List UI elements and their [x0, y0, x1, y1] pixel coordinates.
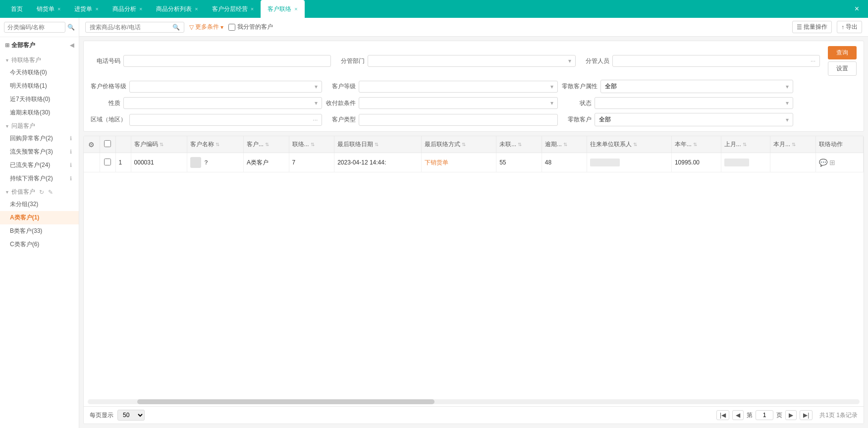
filter-row-1: 电话号码 分管部门 ▾ 分管人员 ··· 查询 — [91, 46, 857, 76]
sidebar-item-repurchase-abnormal[interactable]: 回购异常客户(2) ℹ — [0, 132, 79, 145]
sort-icon[interactable]: ⇅ — [693, 142, 697, 147]
sidebar-item-churned[interactable]: 已流失客户(24) ℹ — [0, 159, 79, 172]
qr-icon[interactable]: ⊞ — [829, 159, 835, 166]
toolbar: 🔍 ▽ 更多条件 ▾ 我分管的客户 ☰ 批量操作 ↑ 导出 — [79, 18, 868, 37]
sort-icon[interactable]: ⇅ — [633, 142, 637, 147]
nav-tab-analysis-list[interactable]: 商品分析列表 × — [149, 0, 205, 18]
sidebar-item-overdue-contact[interactable]: 逾期未联络(30) — [0, 106, 79, 119]
price-level-select[interactable]: ▾ — [129, 81, 322, 93]
info-icon[interactable]: ℹ — [70, 175, 72, 182]
row-type: A类客户 — [243, 153, 289, 172]
export-icon: ↑ — [841, 24, 844, 31]
refresh-icon[interactable]: ↻ — [39, 189, 44, 196]
search-icon[interactable]: 🔍 — [172, 24, 180, 31]
payment-select[interactable]: ▾ — [359, 97, 557, 109]
dept-select[interactable]: ▾ — [368, 55, 575, 67]
row-select-checkbox[interactable] — [104, 159, 111, 165]
sort-icon[interactable]: ⇅ — [462, 142, 466, 147]
region-select[interactable]: ··· — [129, 114, 322, 126]
last-way-link[interactable]: 下销货单 — [425, 159, 448, 166]
settings-button[interactable]: 设置 — [828, 61, 857, 76]
close-icon[interactable]: × — [294, 6, 297, 12]
query-button[interactable]: 查询 — [828, 46, 857, 59]
my-customers-checkbox[interactable]: 我分管的客户 — [228, 23, 273, 31]
edit-icon[interactable]: ✎ — [48, 189, 53, 196]
prev-page-button[interactable]: ◀ — [732, 410, 744, 420]
info-icon[interactable]: ℹ — [70, 149, 72, 155]
close-icon[interactable]: × — [195, 6, 198, 12]
sort-icon[interactable]: ⇅ — [518, 142, 522, 147]
nature-select[interactable]: ▾ — [123, 97, 322, 109]
page-label: 第 — [747, 411, 753, 420]
per-page-select[interactable]: 50 100 200 — [117, 410, 145, 421]
toolbar-search-input[interactable] — [90, 24, 172, 31]
sidebar-item-class-b[interactable]: B类客户(33) — [0, 224, 79, 238]
first-page-button[interactable]: |◀ — [716, 410, 729, 420]
sidebar-item-tomorrow-pending[interactable]: 明天待联络(1) — [0, 79, 79, 93]
col-last-date: 最后联络日期 ⇅ — [334, 136, 421, 153]
table-container[interactable]: ⚙ 客户编码 ⇅ — [84, 136, 864, 399]
nav-tab-sales[interactable]: 销货单 × — [30, 0, 67, 18]
customer-type-input[interactable] — [359, 114, 557, 126]
close-icon[interactable]: × — [95, 6, 98, 12]
export-button[interactable]: ↑ 导出 — [837, 21, 862, 33]
sidebar-item-unclassified[interactable]: 未分组(32) — [0, 198, 79, 211]
content-area: 🔍 ▽ 更多条件 ▾ 我分管的客户 ☰ 批量操作 ↑ 导出 — [79, 18, 868, 428]
next-page-button[interactable]: ▶ — [785, 410, 797, 420]
page-number-input[interactable] — [756, 410, 773, 420]
nav-tab-purchase[interactable]: 进货单 × — [67, 0, 105, 18]
info-icon[interactable]: ℹ — [70, 135, 72, 142]
sort-icon[interactable]: ⇅ — [311, 142, 315, 147]
close-window-icon[interactable]: × — [850, 4, 864, 13]
more-conditions-button[interactable]: ▽ 更多条件 ▾ — [189, 23, 223, 31]
select-all-checkbox[interactable] — [104, 140, 111, 147]
row-last-way[interactable]: 下销货单 — [421, 153, 496, 172]
sort-icon[interactable]: ⇅ — [792, 142, 796, 147]
my-customers-check[interactable] — [228, 24, 235, 31]
sidebar-item-class-a[interactable]: A类客户(1) — [0, 211, 79, 224]
sort-icon[interactable]: ⇅ — [743, 142, 747, 147]
column-settings-button[interactable]: ⚙ — [88, 141, 95, 149]
sidebar-item-churn-warning[interactable]: 流失预警客户(3) ℹ — [0, 145, 79, 159]
scrollbar-thumb[interactable] — [137, 399, 434, 404]
nav-tab-customer-contact[interactable]: 客户联络 × — [261, 0, 304, 18]
sort-icon[interactable]: ⇅ — [563, 142, 567, 147]
sort-icon[interactable]: ⇅ — [375, 142, 379, 147]
customer-avatar — [190, 157, 201, 168]
sidebar-search-area: 🔍 — [0, 18, 79, 37]
nav-tab-customer-segment[interactable]: 客户分层经营 × — [205, 0, 261, 18]
sidebar: 🔍 ⊞ 全部客户 ◀ ▼ 待联络客户 今天待联络(0) 明天待联络(1) 近7天… — [0, 18, 79, 428]
info-icon[interactable]: ℹ — [70, 162, 72, 168]
total-info: 共1页 1条记录 — [819, 411, 858, 420]
close-icon[interactable]: × — [57, 6, 60, 12]
message-icon[interactable]: 💬 — [819, 159, 827, 166]
retail-attr-select[interactable]: 全部 ▾ — [600, 80, 793, 93]
collapse-icon[interactable]: ◀ — [70, 42, 74, 49]
col-this-year: 本年... ⇅ — [671, 136, 721, 153]
customer-level-select[interactable]: ▾ — [359, 81, 557, 93]
close-icon[interactable]: × — [139, 6, 142, 12]
triangle-icon: ▼ — [5, 190, 9, 195]
sidebar-item-today-pending[interactable]: 今天待联络(0) — [0, 66, 79, 79]
sidebar-all-customers[interactable]: ⊞ 全部客户 ◀ — [0, 37, 79, 54]
sort-icon[interactable]: ⇅ — [160, 142, 163, 147]
person-select[interactable]: ··· — [612, 55, 820, 67]
sidebar-search-icon[interactable]: 🔍 — [67, 24, 75, 31]
phone-input[interactable] — [123, 55, 331, 67]
last-page-button[interactable]: ▶| — [800, 410, 813, 420]
sidebar-item-week-pending[interactable]: 近7天待联络(0) — [0, 93, 79, 106]
sidebar-search-input[interactable] — [4, 22, 65, 33]
nav-tab-home[interactable]: 首页 — [4, 0, 30, 18]
sidebar-item-class-c[interactable]: C类客户(6) — [0, 238, 79, 251]
nav-tab-analysis[interactable]: 商品分析 × — [106, 0, 149, 18]
retail-select[interactable]: 全部 ▾ — [595, 113, 793, 126]
close-icon[interactable]: × — [251, 6, 254, 12]
batch-op-button[interactable]: ☰ 批量操作 — [792, 21, 832, 33]
sort-icon[interactable]: ⇅ — [265, 142, 269, 147]
sort-icon[interactable]: ⇅ — [216, 142, 219, 147]
sidebar-item-declining[interactable]: 持续下滑客户(2) ℹ — [0, 172, 79, 185]
horizontal-scrollbar[interactable] — [88, 399, 860, 404]
col-this-month: 本月... ⇅ — [770, 136, 815, 153]
status-select[interactable]: ▾ — [595, 97, 793, 109]
action-buttons: 查询 设置 — [828, 46, 857, 76]
